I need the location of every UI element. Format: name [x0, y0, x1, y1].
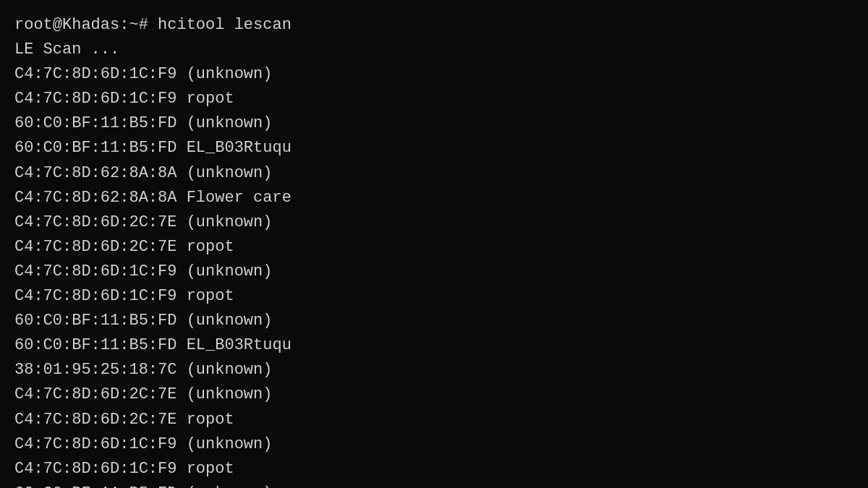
terminal-line: root@Khadas:~# hcitool lescan — [14, 13, 854, 38]
terminal-line: C4:7C:8D:6D:1C:F9 (unknown) — [14, 260, 854, 284]
terminal-line: C4:7C:8D:6D:1C:F9 ropot — [14, 457, 854, 481]
terminal-line: C4:7C:8D:6D:1C:F9 ropot — [14, 87, 854, 111]
terminal-line: C4:7C:8D:62:8A:8A Flower care — [14, 186, 854, 210]
terminal-line: C4:7C:8D:6D:2C:7E ropot — [14, 235, 854, 260]
terminal-line: C4:7C:8D:6D:1C:F9 ropot — [14, 284, 854, 309]
terminal-line: 60:C0:BF:11:B5:FD EL_B03Rtuqu — [14, 136, 854, 160]
terminal-line: C4:7C:8D:62:8A:8A (unknown) — [14, 161, 854, 186]
terminal-line: LE Scan ... — [14, 38, 854, 62]
terminal-line: 60:C0:BF:11:B5:FD (unknown) — [14, 481, 854, 488]
terminal-line: C4:7C:8D:6D:1C:F9 (unknown) — [14, 432, 854, 457]
terminal-line: C4:7C:8D:6D:2C:7E ropot — [14, 408, 854, 432]
terminal-line: 60:C0:BF:11:B5:FD (unknown) — [14, 111, 854, 136]
terminal-line: C4:7C:8D:6D:1C:F9 (unknown) — [14, 62, 854, 87]
terminal-line: 60:C0:BF:11:B5:FD EL_B03Rtuqu — [14, 333, 854, 358]
terminal-line: C4:7C:8D:6D:2C:7E (unknown) — [14, 382, 854, 407]
terminal-window: root@Khadas:~# hcitool lescanLE Scan ...… — [14, 13, 854, 488]
terminal-line: 38:01:95:25:18:7C (unknown) — [14, 358, 854, 382]
terminal-line: C4:7C:8D:6D:2C:7E (unknown) — [14, 210, 854, 235]
terminal-line: 60:C0:BF:11:B5:FD (unknown) — [14, 309, 854, 333]
